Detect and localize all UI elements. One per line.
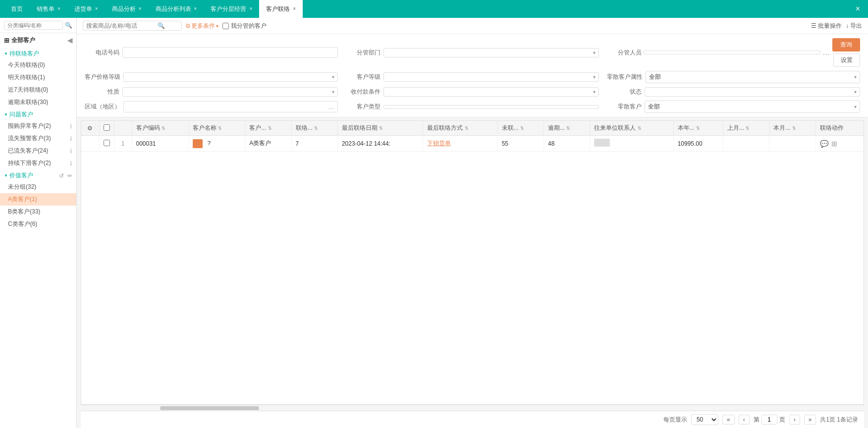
prev-page-btn[interactable]: ‹ xyxy=(739,415,750,425)
sidebar-group-problem: ▼ 问题客户 xyxy=(0,108,76,120)
sidebar-item-declining[interactable]: 持续下滑客户(2) ℹ xyxy=(0,157,76,169)
retail-select[interactable]: 全部 ▾ xyxy=(645,101,860,113)
gear-icon[interactable]: ⚙ xyxy=(87,125,93,132)
sort-this-month-icon[interactable]: ⇅ xyxy=(792,126,796,131)
nav-close-all[interactable]: × xyxy=(852,4,864,13)
th-gear[interactable]: ⚙ xyxy=(81,121,99,136)
row-checkbox[interactable] xyxy=(104,140,110,146)
sidebar-item-warning[interactable]: 流失预警客户(3) ℹ xyxy=(0,132,76,145)
tab-analysis-close[interactable]: × xyxy=(139,0,142,18)
nature-select[interactable]: ▾ xyxy=(122,87,338,97)
nav-tab-segment[interactable]: 客户分层经营 × xyxy=(204,0,259,18)
settings-button[interactable]: 设置 xyxy=(833,54,860,67)
nav-home[interactable]: 首页 xyxy=(4,0,30,18)
status-select[interactable]: ▾ xyxy=(645,87,860,97)
query-button[interactable]: 查询 xyxy=(832,38,860,52)
sort-type-icon[interactable]: ⇅ xyxy=(268,126,272,131)
sort-date-icon[interactable]: ⇅ xyxy=(379,126,383,131)
person-select[interactable] xyxy=(644,51,820,54)
sidebar-item-abnormal[interactable]: 囤购异常客户(2) ℹ xyxy=(0,120,76,132)
nav-tab-analysis[interactable]: 商品分析 × xyxy=(105,0,149,18)
main-layout: 🔍 ⊞ 全部客户 ◀ ▼ 待联络客户 今天待联络(0) 明天待联络(1) 近7天… xyxy=(0,18,868,428)
sort-year-icon[interactable]: ⇅ xyxy=(696,126,700,131)
sidebar-item-overdue[interactable]: 逾期未联络(30) xyxy=(0,96,76,108)
filter-icon: ⧉ xyxy=(186,22,190,29)
tab-contact-close[interactable]: × xyxy=(293,0,296,18)
phone-input[interactable] xyxy=(122,47,338,58)
sidebar-collapse-icon[interactable]: ◀ xyxy=(67,37,72,44)
dept-select[interactable]: ▾ xyxy=(383,48,599,57)
info-icon-declining: ℹ xyxy=(70,160,72,167)
filter-search-input[interactable] xyxy=(86,22,156,29)
page-number-input[interactable] xyxy=(761,415,777,425)
th-num xyxy=(114,121,132,136)
export-btn[interactable]: ↓ 导出 xyxy=(846,22,862,30)
tab-purchase-close[interactable]: × xyxy=(95,0,98,18)
row-overdue-cell: 48 xyxy=(544,136,590,152)
person-label: 分管人员 xyxy=(607,49,642,57)
sidebar-group-value: ▼ 价值客户 ↺ ✏ xyxy=(0,169,76,181)
ctype-select[interactable] xyxy=(383,105,599,109)
sort-contact-icon[interactable]: ⇅ xyxy=(314,126,318,131)
sidebar-item-today[interactable]: 今天待联络(0) xyxy=(0,59,76,71)
row-last-method-cell[interactable]: 下销货单 xyxy=(423,136,497,152)
edit-icon[interactable]: ✏ xyxy=(67,172,72,179)
sidebar-item-tomorrow[interactable]: 明天待联络(1) xyxy=(0,71,76,84)
th-this-month: 本月... ⇅ xyxy=(769,121,815,136)
select-all-checkbox[interactable] xyxy=(104,124,110,131)
batch-op-label: 批量操作 xyxy=(818,22,842,30)
sort-no-contact-icon[interactable]: ⇅ xyxy=(520,126,524,131)
sidebar-item-class-c[interactable]: C类客户(6) xyxy=(0,218,76,230)
nav-tab-analysis-list[interactable]: 商品分析列表 × xyxy=(149,0,204,18)
sidebar-item-7days[interactable]: 近7天待联络(0) xyxy=(0,84,76,96)
sidebar-search-input[interactable] xyxy=(4,21,63,30)
sort-overdue-icon[interactable]: ⇅ xyxy=(566,126,570,131)
refresh-icon[interactable]: ↺ xyxy=(59,172,64,179)
sidebar-search-icon[interactable]: 🔍 xyxy=(65,22,72,29)
nav-tab-purchase[interactable]: 进货单 × xyxy=(67,0,105,18)
sidebar-all-customers[interactable]: ⊞ 全部客户 ◀ xyxy=(0,33,76,48)
filter-more-btn[interactable]: ⧉ 更多条件 ▾ xyxy=(186,22,218,30)
level-select[interactable]: ▾ xyxy=(383,72,599,82)
price-select[interactable]: ▾ xyxy=(123,72,338,82)
sort-last-month-icon[interactable]: ⇅ xyxy=(746,126,750,131)
sort-contacts-icon[interactable]: ⇅ xyxy=(638,126,642,131)
tab-segment-close[interactable]: × xyxy=(249,0,252,18)
scroll-thumb[interactable] xyxy=(160,406,259,410)
page-size-select[interactable]: 50 100 200 xyxy=(691,414,718,425)
tab-analysis-list-close[interactable]: × xyxy=(194,0,197,18)
pay-select[interactable]: ▾ xyxy=(383,87,599,97)
tab-sales-close[interactable]: × xyxy=(57,0,60,18)
sort-name-icon[interactable]: ⇅ xyxy=(218,126,222,131)
sort-method-icon[interactable]: ⇅ xyxy=(465,126,469,131)
chat-icon[interactable]: 💬 xyxy=(820,140,828,148)
th-last-date: 最后联络日期 ⇅ xyxy=(337,121,423,136)
my-customers-checkbox[interactable] xyxy=(222,23,229,29)
person-more-icon[interactable]: … xyxy=(822,48,830,57)
sidebar-item-lost[interactable]: 已流失客户(24) ℹ xyxy=(0,145,76,157)
dept-label: 分管部门 xyxy=(346,49,380,57)
last-method-link[interactable]: 下销货单 xyxy=(427,140,451,147)
batch-icon: ☰ xyxy=(811,22,816,29)
row-name-cell[interactable]: ？ xyxy=(188,136,245,152)
sidebar-item-class-b[interactable]: B类客户(33) xyxy=(0,206,76,218)
filter-search-icon[interactable]: 🔍 xyxy=(158,22,165,29)
first-page-btn[interactable]: « xyxy=(722,415,735,425)
sidebar-item-class-a[interactable]: A类客户(1) xyxy=(0,193,76,206)
grid-action-icon[interactable]: ⊞ xyxy=(831,140,837,148)
last-page-btn[interactable]: » xyxy=(804,415,816,425)
row-last-month-cell xyxy=(723,136,769,152)
region-more-icon[interactable]: … xyxy=(328,103,334,110)
batch-op-btn[interactable]: ☰ 批量操作 xyxy=(811,22,842,30)
retail-attr-select[interactable]: 全部 ▾ xyxy=(646,71,860,83)
next-page-btn[interactable]: › xyxy=(789,415,800,425)
nav-tab-contact[interactable]: 客户联络 × xyxy=(259,0,303,18)
nav-tab-sales[interactable]: 销售单 × xyxy=(30,0,67,18)
region-select[interactable]: … xyxy=(123,101,338,112)
sort-code-icon[interactable]: ⇅ xyxy=(162,126,165,131)
page-of-label: 页 xyxy=(779,416,785,424)
row-year-cell: 10995.00 xyxy=(673,136,723,152)
more-conditions-label: 更多条件 xyxy=(191,22,215,30)
sidebar-item-ungroup[interactable]: 未分组(32) xyxy=(0,181,76,193)
page-label: 第 xyxy=(754,416,760,424)
